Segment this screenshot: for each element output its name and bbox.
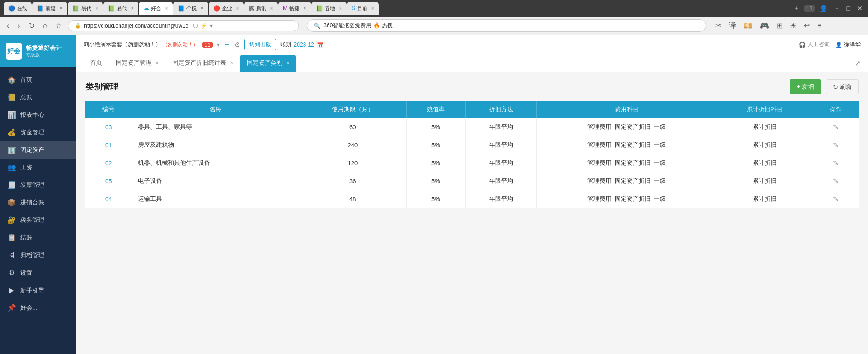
add-button[interactable]: + 新增	[790, 79, 821, 94]
sidebar-item-inventory[interactable]: 📦 进销台账	[0, 194, 76, 211]
tab-close-10[interactable]: ×	[339, 5, 342, 12]
browser-tab-2[interactable]: 📘 新建 ×	[32, 2, 67, 15]
sidebar-item-settings[interactable]: ⚙ 设置	[0, 264, 76, 282]
cell-code-0: 03	[85, 118, 132, 136]
sidebar-label-home: 首页	[20, 76, 32, 84]
browser-tab-11[interactable]: S 目前 ×	[347, 2, 379, 15]
browser-tab-7[interactable]: 🔴 企业 ×	[209, 2, 244, 15]
browser-tab-4[interactable]: 📗 易代 ×	[103, 2, 138, 15]
edit-button-2[interactable]: ✎	[833, 159, 838, 167]
tab-depreciation[interactable]: 固定资产折旧统计表 ×	[166, 55, 239, 72]
sidebar-item-funds[interactable]: 💰 资金管理	[0, 124, 76, 141]
edit-button-1[interactable]: ✎	[833, 141, 838, 149]
translate-icon[interactable]: 译	[727, 20, 738, 31]
grid-icon[interactable]: ⊞	[775, 20, 784, 31]
invoice-icon: 🧾	[7, 181, 16, 189]
menu-icon[interactable]: ≡	[815, 21, 823, 31]
sidebar-item-reports[interactable]: 📊 报表中心	[0, 106, 76, 124]
sidebar-label-ledger: 总账	[20, 93, 32, 102]
browser-tab-3[interactable]: 📗 易代 ×	[68, 2, 103, 15]
cell-action-4[interactable]: ✎	[812, 190, 859, 208]
cell-name-3: 电子设备	[132, 172, 299, 190]
sidebar-item-ledger[interactable]: 📒 总账	[0, 89, 76, 106]
tab-close-4[interactable]: ×	[131, 5, 134, 12]
forward-btn[interactable]: ›	[15, 21, 22, 31]
cell-code-1: 01	[85, 136, 132, 154]
bookmark-btn[interactable]: ☆	[53, 20, 64, 31]
edit-button-3[interactable]: ✎	[833, 177, 838, 185]
browser-tab-10[interactable]: 📗 各地 ×	[311, 2, 347, 15]
sidebar-item-fixed-assets[interactable]: 🏢 固定资产	[0, 141, 76, 159]
period-info: 账期 2023-12 📅	[280, 41, 324, 48]
brightness-icon[interactable]: ☀	[788, 20, 798, 31]
support-button[interactable]: 🎧 人工咨询	[799, 41, 830, 48]
tab-close-5[interactable]: ×	[165, 5, 168, 12]
top-bar-right: 🎧 人工咨询 👤 徐泽华	[799, 41, 861, 48]
tab-close-6[interactable]: ×	[200, 5, 204, 12]
close-tab-fixed-mgmt[interactable]: ×	[156, 60, 158, 66]
tab-expand-btn[interactable]: ⤢	[855, 60, 861, 67]
tab-close-9[interactable]: ×	[303, 5, 306, 12]
browser-tab-5[interactable]: ☁ 好会 ×	[139, 2, 173, 15]
tab-close-7[interactable]: ×	[236, 5, 239, 12]
edit-button-4[interactable]: ✎	[833, 195, 838, 203]
tab-close-11[interactable]: ×	[371, 5, 374, 12]
site-info-icon: ⬡	[193, 23, 198, 29]
close-tab-category[interactable]: ×	[287, 60, 289, 66]
close-browser-btn[interactable]: ✕	[855, 4, 864, 13]
tab-home[interactable]: 首页	[84, 55, 108, 72]
tab-close-2[interactable]: ×	[60, 5, 63, 12]
sidebar-item-invoice[interactable]: 🧾 发票管理	[0, 176, 76, 194]
cell-action-2[interactable]: ✎	[812, 154, 859, 172]
profile-icon[interactable]: 👤	[818, 4, 829, 13]
back-btn[interactable]: ‹	[5, 21, 12, 31]
history-icon[interactable]: ↩	[802, 20, 812, 31]
browser-tab-1[interactable]: 🔵 在线	[4, 2, 32, 15]
account-hint: （勿删勿动！）	[162, 42, 198, 47]
sidebar-item-guide[interactable]: ▶ 新手引导	[0, 282, 76, 299]
cell-method-3: 年限平均	[466, 172, 537, 190]
cell-action-0[interactable]: ✎	[812, 118, 859, 136]
cell-expense-1: 管理费用_固定资产折旧_一级	[537, 136, 717, 154]
gear-icon[interactable]: ⚙	[234, 41, 240, 48]
dropdown-arrow[interactable]: ▾	[210, 23, 213, 29]
scissors-icon[interactable]: ✂	[713, 20, 723, 31]
page-header: 类别管理 + 新增 ↻ 刷新	[85, 79, 859, 94]
tab-fixed-mgmt[interactable]: 固定资产管理 ×	[109, 55, 165, 72]
user-info[interactable]: 👤 徐泽华	[835, 41, 861, 48]
search-bar[interactable]: 🔍 360智能抠图免费用 🔥 热搜	[307, 19, 706, 32]
wallet-icon[interactable]: 💴	[742, 20, 754, 31]
new-tab-btn[interactable]: ＋	[791, 3, 802, 13]
game-icon[interactable]: 🎮	[758, 20, 771, 31]
sidebar-label-settings: 设置	[20, 269, 32, 277]
browser-tab-8[interactable]: 腾 腾讯 ×	[244, 2, 278, 15]
sidebar-item-settlement[interactable]: 📋 结账	[0, 229, 76, 246]
tab-close-8[interactable]: ×	[270, 5, 273, 12]
sidebar-item-tax[interactable]: 🔐 税务管理	[0, 211, 76, 229]
maximize-btn[interactable]: □	[845, 4, 852, 13]
reload-btn[interactable]: ↻	[26, 20, 37, 31]
home-btn[interactable]: ⌂	[41, 21, 50, 31]
sidebar-item-more[interactable]: 📌 好会...	[0, 299, 76, 317]
browser-tab-9[interactable]: M 畅捷 ×	[278, 2, 311, 15]
tab-close-3[interactable]: ×	[95, 5, 98, 12]
add-account-icon[interactable]: ＋	[223, 40, 231, 49]
tab-category[interactable]: 固定资产类别 ×	[240, 55, 296, 72]
minimize-btn[interactable]: －	[832, 3, 842, 13]
cell-residual-0: 5%	[406, 118, 465, 136]
sidebar-item-archive[interactable]: 🗄 归档管理	[0, 246, 76, 264]
cell-action-3[interactable]: ✎	[812, 172, 859, 190]
account-dropdown[interactable]: ▾	[217, 42, 220, 48]
close-tab-depreciation[interactable]: ×	[230, 60, 233, 66]
edit-button-0[interactable]: ✎	[833, 123, 838, 131]
calendar-icon[interactable]: 📅	[317, 42, 324, 48]
cell-action-1[interactable]: ✎	[812, 136, 859, 154]
old-version-button[interactable]: 切到旧版	[244, 39, 276, 50]
sidebar-item-home[interactable]: 🏠 首页	[0, 71, 76, 89]
url-bar[interactable]: 🔒 https://cloud.chanjet.com/accounting/u…	[68, 20, 299, 31]
sidebar-item-payroll[interactable]: 👥 工资	[0, 159, 76, 176]
main-content: 刘小艳演示套套（勿删勿动！） （勿删勿动！） 11 ▾ ＋ ⚙ 切到旧版 账期 …	[76, 35, 868, 354]
headset-icon: 🎧	[799, 42, 806, 48]
refresh-button[interactable]: ↻ 刷新	[826, 79, 859, 94]
browser-tab-6[interactable]: 📘 个税 ×	[173, 2, 208, 15]
